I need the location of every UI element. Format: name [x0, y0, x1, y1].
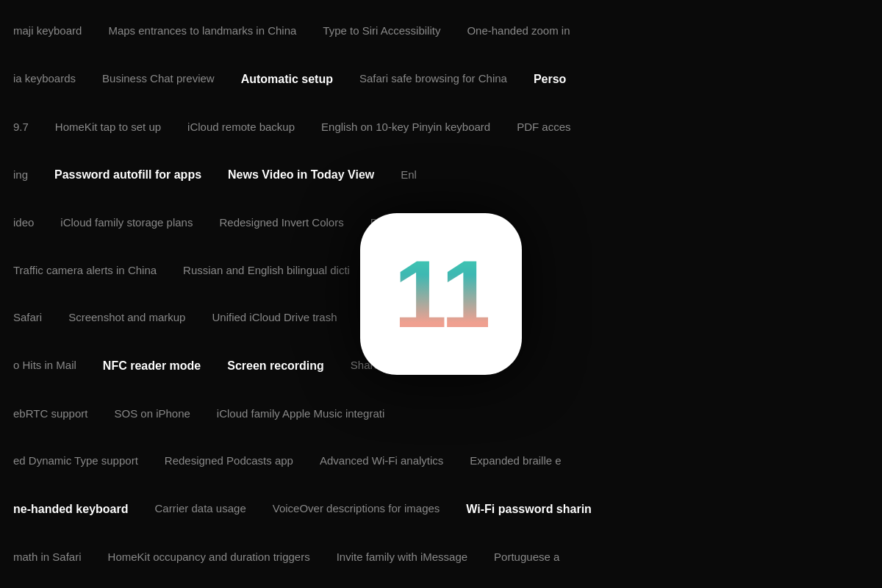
feature-item-r8-i3: Screen recording: [214, 359, 337, 373]
feature-item-r9-i3: iCloud family Apple Music integrati: [204, 407, 398, 420]
feature-item-r8-i2: NFC reader mode: [90, 359, 214, 373]
feature-item-r1-i3: Type to Siri Accessibility: [309, 24, 453, 37]
feature-item-r3-i1: 9.7: [0, 121, 42, 134]
ios-logo-wrapper: 11: [360, 213, 522, 375]
feature-item-r9-i2: SOS on iPhone: [101, 407, 203, 420]
feature-item-r3-i5: PDF acces: [503, 121, 584, 134]
feature-item-r11-i4: Wi-Fi password sharin: [453, 502, 605, 516]
feature-item-r10-i4: Expanded braille e: [456, 454, 574, 467]
feature-row-1: maji keyboardMaps entrances to landmarks…: [0, 21, 882, 40]
feature-item-r4-i1: ing: [0, 168, 41, 182]
feature-item-r2-i4: Safari safe browsing for China: [346, 72, 520, 85]
feature-row-12: math in SafariHomeKit occupancy and dura…: [0, 548, 882, 567]
feature-item-r12-i1: math in Safari: [0, 551, 95, 564]
feature-item-r2-i2: Business Chat preview: [89, 72, 228, 85]
feature-item-r1-i2: Maps entrances to landmarks in China: [95, 24, 309, 37]
feature-item-r3-i2: HomeKit tap to set up: [42, 121, 174, 134]
feature-item-r12-i4: Portuguese a: [481, 551, 573, 564]
feature-item-r12-i2: HomeKit occupancy and duration triggers: [95, 551, 323, 564]
feature-item-r2-i3: Automatic setup: [228, 72, 346, 86]
ios-version-number: 11: [394, 246, 489, 342]
feature-item-r12-i3: Invite family with iMessage: [323, 551, 481, 564]
feature-row-4: ingPassword autofill for appsNews Video …: [0, 165, 882, 184]
feature-item-r11-i2: Carrier data usage: [141, 502, 259, 515]
feature-item-r1-i4: One-handed zoom in: [453, 24, 583, 37]
feature-row-9: ebRTC supportSOS on iPhoneiCloud family …: [0, 404, 882, 423]
feature-item-r10-i3: Advanced Wi-Fi analytics: [306, 454, 456, 467]
feature-row-11: ne-handed keyboardCarrier data usageVoic…: [0, 499, 882, 519]
feature-item-r4-i4: Enl: [387, 168, 430, 182]
feature-item-r11-i3: VoiceOver descriptions for images: [259, 502, 453, 515]
feature-item-r10-i2: Redesigned Podcasts app: [151, 454, 306, 467]
feature-item-r8-i1: o Hits in Mail: [0, 359, 90, 372]
feature-item-r7-i3: Unified iCloud Drive trash: [198, 311, 350, 324]
feature-item-r7-i2: Screenshot and markup: [55, 311, 198, 324]
feature-item-r3-i4: English on 10-key Pinyin keyboard: [308, 121, 503, 134]
feature-item-r1-i1: maji keyboard: [0, 24, 95, 37]
feature-item-r6-i2: Russian and English bilingual dicti: [170, 264, 363, 277]
feature-item-r3-i3: iCloud remote backup: [174, 121, 308, 134]
feature-item-r6-i1: Traffic camera alerts in China: [0, 264, 170, 277]
feature-row-2: ia keyboardsBusiness Chat previewAutomat…: [0, 69, 882, 89]
ios-logo: 11: [360, 213, 522, 375]
feature-item-r10-i1: ed Dynamic Type support: [0, 454, 151, 467]
feature-item-r5-i3: Redesigned Invert Colors: [206, 216, 356, 229]
feature-item-r2-i5: Perso: [520, 72, 579, 86]
feature-item-r4-i3: News Video in Today View: [215, 168, 387, 182]
feature-item-r2-i1: ia keyboards: [0, 72, 89, 85]
feature-item-r9-i1: ebRTC support: [0, 407, 101, 420]
feature-row-10: ed Dynamic Type supportRedesigned Podcas…: [0, 451, 882, 470]
feature-row-3: 9.7HomeKit tap to set upiCloud remote ba…: [0, 118, 882, 137]
feature-item-r11-i1: ne-handed keyboard: [0, 502, 141, 516]
feature-item-r5-i2: iCloud family storage plans: [47, 216, 206, 229]
feature-item-r5-i1: ideo: [0, 216, 47, 229]
feature-item-r7-i1: Safari: [0, 311, 55, 324]
feature-item-r4-i2: Password autofill for apps: [41, 168, 215, 182]
